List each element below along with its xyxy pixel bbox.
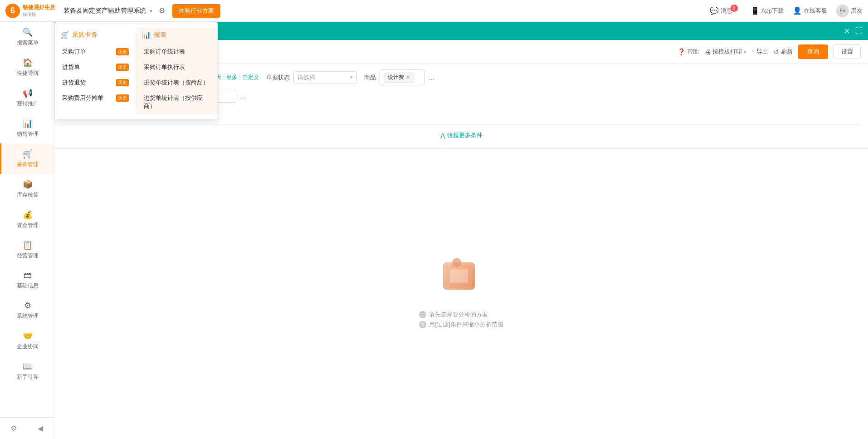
tab-bar-right: ✕ ⛶ [842, 25, 868, 37]
sidebar-item-quick[interactable]: 🏠 快捷导航 [0, 52, 54, 83]
purchase-menu-icon: 🛒 [60, 30, 69, 39]
online-service-action[interactable]: 👤 在线客服 [793, 6, 827, 15]
trial-button[interactable]: 体验行业方案 [172, 4, 220, 18]
sidebar-item-system[interactable]: ⚙ 系统管理 [0, 295, 54, 326]
sidebar-item-inventory[interactable]: 📦 库存核算 [0, 174, 54, 204]
sidebar-item-finance[interactable]: 💰 资金管理 [0, 204, 54, 235]
refresh-button[interactable]: ↺ 刷新 [774, 48, 793, 56]
user-action[interactable]: Ea 用友 [836, 5, 863, 17]
system-title: 装备及固定资产辅助管理系统 ▾ ⚙ [63, 6, 165, 15]
system-title-dropdown[interactable]: ▾ [150, 8, 152, 14]
operations-icon: 📋 [23, 240, 33, 250]
logo-icon: 6 [5, 4, 20, 18]
tip-num-2: 2 [419, 321, 426, 328]
menu-item-purchase-order-exec[interactable]: 采购订单执行表 [142, 59, 212, 75]
collapse-up-icon: ⋀ [440, 132, 445, 139]
sidebar-item-sales[interactable]: 📊 销售管理 [0, 113, 54, 143]
message-action[interactable]: 💬 消息 9 [710, 6, 741, 15]
export-icon: ↑ [751, 48, 755, 55]
empty-tips: 1 请先选择要分析的方案 2 用[过滤]条件来缩小分析范围 [419, 309, 503, 330]
goods-more-icon[interactable]: … [429, 74, 435, 81]
search-icon: 🔍 [23, 27, 33, 37]
menu-purchase-title: 🛒 采购业务 [60, 28, 131, 44]
refresh-icon: ↺ [774, 48, 779, 55]
goods-tag-close[interactable]: ✕ [406, 74, 410, 80]
purchase-icon: 🛒 [23, 149, 33, 159]
filter-goods: 商品 设计费 ✕ … [364, 69, 435, 85]
top-header: 6 畅捷通好生意 标准版 装备及固定资产辅助管理系统 ▾ ⚙ 体验行业方案 💬 … [0, 0, 868, 22]
sidebar-settings-btn[interactable]: ⚙ [0, 421, 27, 435]
menu-item-goods-in[interactable]: 进货单 历史 [60, 59, 131, 75]
content-area: 首页 销售排行榜 ✕ ✕ ⛶ ❓ 帮助 🖨 按模板打印 [54, 22, 868, 439]
service-icon: 👤 [793, 6, 802, 15]
help-icon: ❓ [678, 48, 685, 55]
sidebar-collapse-btn[interactable]: ◀ [27, 421, 54, 435]
sidebar-item-enterprise[interactable]: 🤝 企业协同 [0, 326, 54, 356]
dropdown-menu: 🛒 采购业务 采购订单 历史 进货单 历史 [54, 22, 218, 120]
menu-item-purchase-order[interactable]: 采购订单 历史 [60, 44, 131, 59]
export-button[interactable]: ↑ 导出 [751, 48, 768, 56]
finance-icon: 💰 [23, 210, 33, 220]
menu-item-purchase-expense[interactable]: 采购费用分摊单 历史 [60, 90, 131, 106]
collapse-button[interactable]: ⋀ 收起更多条件 [62, 128, 861, 143]
settings-button[interactable]: 设置 [834, 44, 861, 59]
voucher-status-dropdown-icon: ▾ [350, 74, 353, 80]
sidebar: 🔍 搜索菜单 🏠 快捷导航 📢 营销推广 📊 销售管理 🛒 采购管理 📦 库存核… [0, 22, 54, 439]
system-icon: ⚙ [24, 301, 31, 311]
sidebar-item-guide[interactable]: 📖 新手引导 [0, 356, 54, 386]
logo-area: 6 畅捷通好生意 标准版 [5, 4, 60, 18]
user-avatar: Ea [836, 5, 849, 17]
collapse-icon: ◀ [38, 424, 43, 433]
message-badge: 9 [731, 5, 738, 12]
salesperson-more-icon[interactable]: … [240, 93, 246, 100]
sidebar-item-purchase[interactable]: 🛒 采购管理 [0, 143, 54, 174]
home-icon: 🏠 [23, 58, 33, 68]
basic-icon: 🗃 [24, 271, 32, 280]
tip-num-1: 1 [419, 311, 426, 318]
main-layout: 🔍 搜索菜单 🏠 快捷导航 📢 营销推广 📊 销售管理 🛒 采购管理 📦 库存核… [0, 22, 868, 439]
marketing-icon: 📢 [23, 88, 33, 98]
query-button[interactable]: 查询 [798, 44, 828, 59]
print-dropdown-icon: ▾ [744, 49, 746, 54]
enterprise-icon: 🤝 [23, 331, 33, 341]
report-menu-icon: 📊 [142, 30, 151, 39]
print-button[interactable]: 🖨 按模板打印 ▾ [704, 48, 746, 56]
sidebar-bottom: ⚙ ◀ [0, 417, 54, 439]
shortcut-custom[interactable]: 自定义 [243, 74, 259, 81]
tab-expand-btn[interactable]: ⛶ [853, 25, 864, 37]
menu-item-purchase-order-stats[interactable]: 采购订单统计表 [142, 44, 212, 59]
shortcut-more[interactable]: 更多 [226, 74, 237, 81]
menu-section-report: 📊 报表 采购订单统计表 采购订单执行表 进货单统计表（按商品） 进货单统计表（… [137, 28, 218, 114]
empty-illustration [439, 258, 484, 303]
menu-item-goods-in-stats-goods[interactable]: 进货单统计表（按商品） [142, 75, 212, 90]
goods-tag: 设计费 ✕ [384, 72, 414, 83]
print-icon: 🖨 [704, 48, 711, 55]
tab-close-all-btn[interactable]: ✕ [842, 25, 852, 37]
empty-state: 1 请先选择要分析的方案 2 用[过滤]条件来缩小分析范围 [54, 149, 868, 439]
header-right: 💬 消息 9 📱 App下载 👤 在线客服 Ea 用友 [710, 5, 863, 17]
menu-section-purchase: 🛒 采购业务 采购订单 历史 进货单 历史 [55, 28, 136, 114]
menu-report-title: 📊 报表 [142, 28, 212, 44]
menu-item-goods-return[interactable]: 进货退货 历史 [60, 75, 131, 90]
settings-gear-icon: ⚙ [10, 424, 17, 433]
system-settings-icon[interactable]: ⚙ [159, 6, 165, 15]
sidebar-item-marketing[interactable]: 📢 营销推广 [0, 83, 54, 113]
filter-voucher-status: 单据状态 请选择 ▾ [266, 71, 357, 84]
app-download-action[interactable]: 📱 App下载 [751, 6, 784, 15]
logo-text: 畅捷通好生意 标准版 [23, 4, 55, 18]
menu-item-goods-in-stats-supplier[interactable]: 进货单统计表（按供应商） [142, 90, 212, 114]
dropdown-menu-overlay: 🛒 采购业务 采购订单 历史 进货单 历史 [54, 22, 218, 120]
sidebar-item-operations[interactable]: 📋 经营管理 [0, 235, 54, 265]
sidebar-item-basic[interactable]: 🗃 基础信息 [0, 265, 54, 295]
help-button[interactable]: ❓ 帮助 [678, 48, 699, 56]
phone-icon: 📱 [751, 6, 760, 15]
guide-icon: 📖 [23, 361, 33, 371]
sidebar-item-search[interactable]: 🔍 搜索菜单 [0, 22, 54, 52]
inventory-icon: 📦 [23, 179, 33, 189]
message-icon: 💬 [710, 6, 719, 15]
sales-icon: 📊 [23, 118, 33, 128]
